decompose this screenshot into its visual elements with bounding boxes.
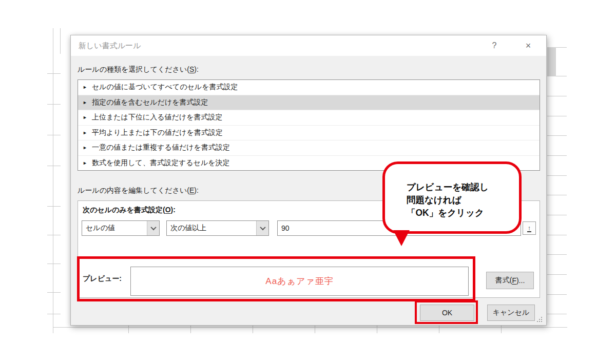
format-button-text: 書式(: [495, 276, 512, 285]
rule-content-label: ルールの内容を編集してください(E):: [78, 186, 199, 195]
rule-content-label-suffix: ):: [194, 186, 199, 194]
gridline: [547, 235, 567, 235]
callout-line: プレビューを確認し: [407, 181, 519, 194]
screenshot-stage: 新しい書式ルール ? × ルールの種類を選択してください(S): ►セルの値に基…: [0, 0, 616, 364]
format-button-suffix: )...: [516, 276, 525, 285]
gridline: [53, 327, 567, 328]
rule-type-label-suffix: ):: [194, 65, 199, 73]
gridline: [547, 96, 567, 96]
worksheet-shaded-cell: [547, 47, 556, 76]
format-button-accesskey: F: [512, 276, 516, 285]
gridline: [47, 314, 61, 314]
gridline: [47, 206, 61, 207]
callout-line: 問題なければ: [407, 194, 519, 207]
list-arrow-icon: ►: [83, 160, 87, 166]
gridline: [547, 195, 567, 195]
gridline: [47, 166, 61, 166]
collapse-dialog-button[interactable]: ↑: [523, 221, 536, 235]
operator-dropdown-value: 次の値以上: [167, 224, 256, 233]
gridline: [47, 264, 61, 264]
callout-text: プレビューを確認し 問題なければ 「OK」をクリック: [385, 164, 519, 219]
gridline: [47, 135, 61, 135]
gridline: [547, 254, 567, 255]
rule-type-item[interactable]: ►平均より上または下の値だけを書式設定: [78, 126, 540, 141]
rule-type-item-label: 平均より上または下の値だけを書式設定: [92, 128, 223, 137]
gridline: [547, 215, 567, 215]
rule-type-item-selected[interactable]: ►指定の値を含むセルだけを書式設定: [78, 95, 540, 111]
rule-type-item[interactable]: ►セルの値に基づいてすべてのセルを書式設定: [78, 80, 540, 95]
rule-content-label-text: ルールの内容を編集してください(: [78, 186, 189, 194]
gridline: [547, 175, 567, 176]
gridline: [547, 155, 567, 156]
cell-value-dropdown-value: セルの値: [82, 224, 147, 233]
list-arrow-icon: ►: [83, 85, 87, 90]
gridline: [53, 28, 53, 333]
gridline: [547, 135, 567, 136]
dialog-titlebar: 新しい書式ルール ? ×: [71, 35, 546, 56]
gridline: [547, 314, 567, 314]
callout-tail-icon: [393, 230, 410, 246]
annotation-box-preview: [77, 256, 475, 301]
gridline: [547, 116, 567, 116]
rule-type-item-label: 指定の値を含むセルだけを書式設定: [92, 98, 208, 107]
list-arrow-icon: ►: [83, 100, 87, 105]
dialog-title: 新しい書式ルール: [79, 41, 141, 51]
gridline: [547, 274, 567, 275]
format-button[interactable]: 書式(F)...: [486, 272, 534, 289]
close-icon[interactable]: ×: [522, 40, 535, 51]
rule-type-item-label: セルの値に基づいてすべてのセルを書式設定: [92, 83, 238, 92]
gridline: [47, 73, 61, 74]
annotation-box-ok: [415, 300, 478, 324]
format-only-label: 次のセルのみを書式設定(O):: [83, 206, 176, 215]
gridline: [47, 104, 61, 105]
collapse-dialog-icon: ↑: [527, 225, 532, 232]
rule-type-item[interactable]: ►一意の値または重複する値だけを書式設定: [78, 140, 540, 156]
cancel-button[interactable]: キャンセル: [487, 305, 535, 321]
list-arrow-icon: ►: [83, 145, 87, 150]
chevron-down-icon: [147, 221, 159, 235]
operator-dropdown[interactable]: 次の値以上: [166, 220, 269, 236]
rule-type-accesskey: S: [189, 65, 194, 73]
format-only-label-suffix: ):: [171, 206, 176, 214]
annotation-callout: プレビューを確認し 問題なければ 「OK」をクリック: [382, 161, 522, 234]
rule-type-item-label: 数式を使用して、書式設定するセルを決定: [92, 158, 230, 168]
gridline: [547, 294, 567, 295]
rule-type-label: ルールの種類を選択してください(S):: [78, 65, 199, 74]
gridline: [60, 28, 61, 54]
gridline: [47, 292, 61, 293]
rule-content-accesskey: E: [189, 186, 194, 194]
rule-type-label-text: ルールの種類を選択してください(: [78, 65, 189, 73]
resize-grip[interactable]: [541, 317, 542, 318]
format-only-accesskey: O: [165, 206, 171, 214]
rule-type-item-label: 上位または下位に入る値だけを書式設定: [92, 113, 223, 122]
format-only-label-text: 次のセルのみを書式設定(: [83, 206, 165, 214]
rule-type-item[interactable]: ►上位または下位に入る値だけを書式設定: [78, 110, 540, 126]
rule-type-listbox: ►セルの値に基づいてすべてのセルを書式設定 ►指定の値を含むセルだけを書式設定 …: [78, 79, 540, 171]
rule-type-item-label: 一意の値または重複する値だけを書式設定: [92, 143, 230, 152]
help-icon[interactable]: ?: [488, 40, 501, 51]
gridline: [47, 235, 61, 235]
callout-line: 「OK」をクリック: [407, 207, 519, 219]
list-arrow-icon: ►: [83, 115, 87, 120]
cell-value-dropdown[interactable]: セルの値: [82, 220, 160, 236]
chevron-down-icon: [256, 221, 268, 235]
list-arrow-icon: ►: [83, 130, 87, 135]
